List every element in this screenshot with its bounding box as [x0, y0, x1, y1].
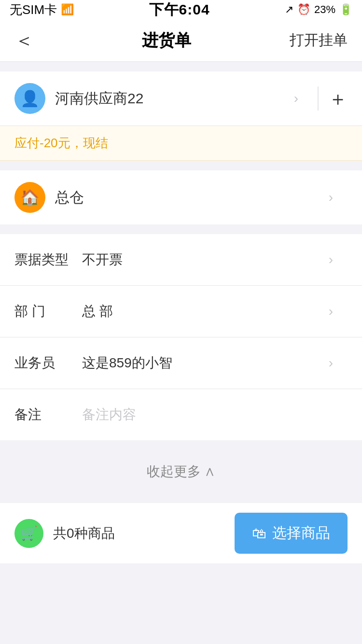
add-button[interactable]: ＋: [328, 85, 348, 112]
battery-text: 23%: [314, 3, 335, 16]
avatar-icon: 👤: [20, 89, 40, 108]
supplier-avatar: 👤: [14, 83, 45, 114]
warehouse-icon: 🏠: [14, 182, 45, 213]
invoice-type-row[interactable]: 票据类型 不开票 ›: [0, 234, 362, 286]
spacer-before-bottom: [0, 493, 362, 503]
carrier-text: 无SIM卡: [10, 1, 57, 18]
invoice-type-label: 票据类型: [14, 251, 72, 269]
page-title: 进货单: [142, 29, 191, 52]
open-pending-button[interactable]: 打开挂单: [290, 30, 348, 50]
status-bar: 无SIM卡 📶 下午6:04 ↗ ⏰ 23% 🔋: [0, 0, 362, 19]
warehouse-section: 🏠 总仓 ›: [0, 170, 362, 224]
salesperson-row[interactable]: 业务员 这是859的小智 ›: [0, 337, 362, 389]
form-section: 票据类型 不开票 › 部 门 总 部 › 业务员 这是859的小智 › 备注 备…: [0, 234, 362, 440]
department-label: 部 门: [14, 302, 72, 321]
remark-value: 备注内容: [82, 406, 348, 424]
time-display: 下午6:04: [149, 0, 210, 20]
notice-text: 应付-20元，现结: [14, 136, 108, 150]
product-icon: 🛒: [14, 519, 43, 548]
department-chevron: ›: [329, 304, 333, 319]
top-spacer: [0, 62, 362, 71]
invoice-type-chevron: ›: [329, 252, 333, 267]
product-summary: 🛒 共0种商品: [14, 519, 225, 548]
remark-row[interactable]: 备注 备注内容: [0, 389, 362, 440]
notice-banner: 应付-20元，现结: [0, 126, 362, 161]
supplier-divider: [318, 86, 319, 111]
product-count: 共0种商品: [53, 524, 115, 543]
wifi-icon: 📶: [61, 3, 74, 16]
invoice-type-value: 不开票: [82, 251, 329, 269]
warehouse-row[interactable]: 🏠 总仓 ›: [0, 170, 362, 224]
battery-icon: 🔋: [339, 3, 352, 16]
salesperson-chevron: ›: [329, 355, 333, 371]
bottom-bar: 🛒 共0种商品 🛍 选择商品: [0, 503, 362, 563]
department-row[interactable]: 部 门 总 部 ›: [0, 286, 362, 337]
salesperson-value: 这是859的小智: [82, 354, 329, 372]
status-bar-left: 无SIM卡 📶: [10, 1, 74, 18]
back-icon: ＜: [14, 27, 34, 54]
location-icon: ↗: [285, 3, 293, 16]
gray-space: [0, 563, 362, 644]
nav-bar: ＜ 进货单 打开挂单: [0, 19, 362, 62]
supplier-row[interactable]: 👤 河南供应商22 › ＋: [0, 71, 362, 126]
remark-label: 备注: [14, 406, 72, 424]
supplier-name: 河南供应商22: [55, 89, 143, 109]
warehouse-chevron-icon: ›: [329, 190, 333, 205]
back-button[interactable]: ＜: [14, 27, 43, 54]
select-btn-label: 选择商品: [272, 523, 330, 543]
collapse-label: 收起更多 ∧: [147, 464, 216, 479]
warehouse-name: 总仓: [55, 188, 329, 208]
alarm-icon: ⏰: [297, 3, 310, 16]
collapse-button[interactable]: 收起更多 ∧: [0, 450, 362, 493]
supplier-left: 👤 河南供应商22: [14, 83, 294, 114]
select-btn-icon: 🛍: [252, 525, 266, 542]
salesperson-label: 业务员: [14, 354, 72, 372]
department-value: 总 部: [82, 302, 329, 321]
supplier-section: 👤 河南供应商22 › ＋ 应付-20元，现结: [0, 71, 362, 161]
select-product-button[interactable]: 🛍 选择商品: [235, 513, 348, 554]
supplier-chevron-icon: ›: [294, 91, 298, 106]
status-bar-right: ↗ ⏰ 23% 🔋: [285, 3, 352, 16]
